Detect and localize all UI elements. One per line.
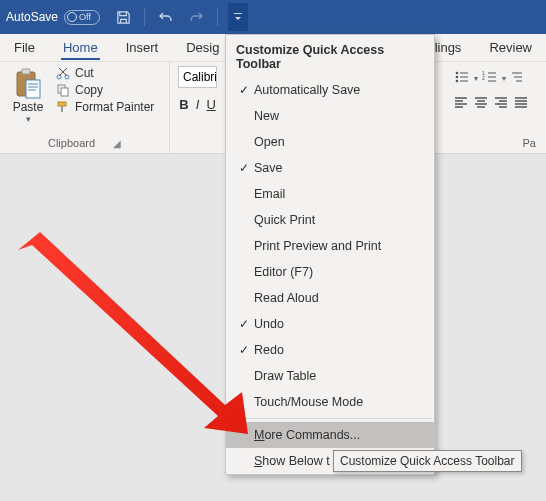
bold-button[interactable]: B xyxy=(178,94,190,114)
menu-item[interactable]: Quick Print xyxy=(226,207,434,233)
multilevel-list-icon[interactable] xyxy=(510,70,526,86)
menu-item-label: New xyxy=(254,109,279,123)
menu-item[interactable]: ✓Redo xyxy=(226,337,434,363)
menu-item-label: Undo xyxy=(254,317,284,331)
check-icon: ✓ xyxy=(234,161,254,175)
svg-rect-2 xyxy=(26,80,40,98)
menu-item[interactable]: ✓Undo xyxy=(226,311,434,337)
menu-title: Customize Quick Access Toolbar xyxy=(226,35,434,77)
menu-item-label: More Commands... xyxy=(254,428,360,442)
menu-item[interactable]: Touch/Mouse Mode xyxy=(226,389,434,415)
menu-item-label: Show Below t xyxy=(254,454,330,468)
check-icon: ✓ xyxy=(234,317,254,331)
cut-label: Cut xyxy=(75,66,94,80)
title-bar: AutoSave Off xyxy=(0,0,546,34)
svg-rect-6 xyxy=(61,88,68,96)
align-center-icon[interactable] xyxy=(474,94,490,110)
cut-button[interactable]: Cut xyxy=(56,66,154,80)
tab-label: Review xyxy=(489,40,532,55)
menu-item-label: Print Preview and Print xyxy=(254,239,381,253)
justify-icon[interactable] xyxy=(514,94,530,110)
menu-item[interactable]: ✓Automatically Save xyxy=(226,77,434,103)
tab-file[interactable]: File xyxy=(0,34,49,61)
underline-button[interactable]: U xyxy=(205,94,217,114)
chevron-down-icon[interactable]: ▾ xyxy=(26,114,31,124)
svg-rect-1 xyxy=(22,69,30,74)
svg-point-9 xyxy=(456,72,459,75)
group-font: Calibri (B B I U xyxy=(170,62,226,153)
svg-rect-7 xyxy=(58,102,66,106)
check-icon: ✓ xyxy=(234,343,254,357)
group-label-clipboard: Clipboard xyxy=(48,137,95,149)
menu-item-label: Read Aloud xyxy=(254,291,319,305)
italic-button[interactable]: I xyxy=(192,94,204,114)
tooltip: Customize Quick Access Toolbar xyxy=(333,450,522,472)
menu-item[interactable]: Open xyxy=(226,129,434,155)
tab-label: File xyxy=(14,40,35,55)
dialog-launcher-icon[interactable]: ◢ xyxy=(113,138,121,149)
copy-button[interactable]: Copy xyxy=(56,83,154,97)
tab-review[interactable]: Review xyxy=(475,34,546,61)
format-painter-icon xyxy=(56,100,70,114)
svg-point-11 xyxy=(456,80,459,83)
autosave-state: Off xyxy=(79,12,91,22)
menu-separator xyxy=(228,418,432,419)
menu-item-label: Save xyxy=(254,161,283,175)
paste-icon xyxy=(14,68,42,100)
menu-item-label: Editor (F7) xyxy=(254,265,313,279)
menu-item-label: Touch/Mouse Mode xyxy=(254,395,363,409)
menu-item[interactable]: ✓Save xyxy=(226,155,434,181)
numbering-icon[interactable]: 12 xyxy=(482,70,498,86)
undo-icon[interactable] xyxy=(155,6,177,28)
quick-access-toolbar xyxy=(112,3,248,31)
menu-item[interactable]: Print Preview and Print xyxy=(226,233,434,259)
customize-qat-dropdown[interactable] xyxy=(228,3,248,31)
tab-label: Insert xyxy=(126,40,159,55)
align-right-icon[interactable] xyxy=(494,94,510,110)
paste-label: Paste xyxy=(13,100,44,114)
tab-label: Desig xyxy=(186,40,219,55)
svg-rect-8 xyxy=(61,106,63,112)
copy-icon xyxy=(56,83,70,97)
menu-item-label: Draw Table xyxy=(254,369,316,383)
group-label-paragraph: Pa xyxy=(523,137,536,149)
menu-item-more-commands[interactable]: More Commands... xyxy=(226,422,434,448)
menu-item-label: Email xyxy=(254,187,285,201)
menu-item[interactable]: New xyxy=(226,103,434,129)
format-painter-label: Format Painter xyxy=(75,100,154,114)
menu-item-label: Redo xyxy=(254,343,284,357)
cut-icon xyxy=(56,66,70,80)
paste-button[interactable]: Paste ▾ xyxy=(8,66,48,124)
tab-home[interactable]: Home xyxy=(49,34,112,61)
tooltip-text: Customize Quick Access Toolbar xyxy=(340,454,515,468)
autosave-control[interactable]: AutoSave Off xyxy=(6,10,100,25)
redo-icon[interactable] xyxy=(185,6,207,28)
menu-item[interactable]: Email xyxy=(226,181,434,207)
menu-item[interactable]: Editor (F7) xyxy=(226,259,434,285)
tab-label: Home xyxy=(63,40,98,55)
format-painter-button[interactable]: Format Painter xyxy=(56,100,154,114)
font-name-value: Calibri (B xyxy=(183,70,217,84)
svg-text:2: 2 xyxy=(482,75,485,81)
tab-insert[interactable]: Insert xyxy=(112,34,173,61)
check-icon: ✓ xyxy=(234,83,254,97)
save-icon[interactable] xyxy=(112,6,134,28)
menu-item[interactable]: Draw Table xyxy=(226,363,434,389)
menu-item-label: Automatically Save xyxy=(254,83,360,97)
menu-item-label: Quick Print xyxy=(254,213,315,227)
svg-point-10 xyxy=(456,76,459,79)
copy-label: Copy xyxy=(75,83,103,97)
group-clipboard: Paste ▾ Cut Copy Format Painter Clipbo xyxy=(0,62,170,153)
autosave-label: AutoSave xyxy=(6,10,58,24)
group-paragraph: ▾ 12 ▾ Pa xyxy=(446,62,546,153)
menu-item-label: Open xyxy=(254,135,285,149)
qat-separator xyxy=(144,8,145,26)
menu-item[interactable]: Read Aloud xyxy=(226,285,434,311)
autosave-toggle[interactable]: Off xyxy=(64,10,100,25)
bullets-icon[interactable] xyxy=(454,70,470,86)
customize-qat-menu: Customize Quick Access Toolbar ✓Automati… xyxy=(225,34,435,475)
qat-separator xyxy=(217,8,218,26)
align-left-icon[interactable] xyxy=(454,94,470,110)
toggle-knob-icon xyxy=(67,12,77,22)
font-name-select[interactable]: Calibri (B xyxy=(178,66,217,88)
